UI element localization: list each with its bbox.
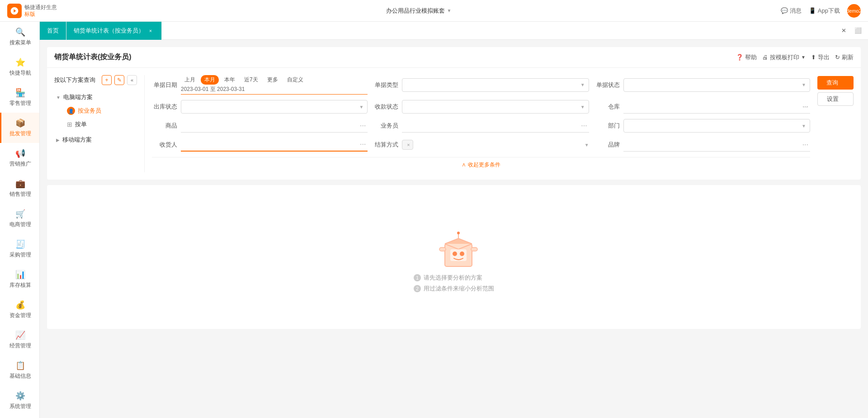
tab-close-action[interactable]: ✕ — [837, 24, 850, 37]
doc-status-control[interactable]: ▼ — [623, 78, 810, 92]
doc-type-control[interactable]: ▼ — [402, 78, 589, 92]
tab-close-button[interactable]: × — [147, 27, 154, 34]
receiver-input[interactable]: ··· — [181, 138, 368, 152]
date-control: 上月 本月 本年 近7天 更多 自定义 2023-03-01 至 — [181, 75, 368, 95]
sidebar-item-operations[interactable]: 📈 经营管理 — [0, 325, 39, 355]
receive-status-select[interactable]: ▼ — [402, 100, 589, 114]
out-status-select[interactable]: ▼ — [181, 100, 368, 114]
filter-layout: 按以下方案查询 + ✎ « — [54, 75, 854, 172]
app-download-button[interactable]: 📱 App下载 — [809, 7, 840, 15]
sidebar-item-quick-nav[interactable]: ⭐ 快捷导航 — [0, 52, 39, 82]
receipt-icon: 🧾 — [15, 239, 25, 249]
sidebar-item-finance[interactable]: 💰 资金管理 — [0, 294, 39, 325]
dept-select[interactable]: ▼ — [623, 119, 810, 133]
dept-control[interactable]: ▼ — [623, 119, 810, 133]
sidebar-item-inventory[interactable]: 📊 库存核算 — [0, 264, 39, 294]
page-header: 销货单统计表(按业务员) ❓ 帮助 🖨 按模板打印 ▼ ⬆ 导出 — [47, 47, 861, 68]
tab-bar: 首页 销货单统计表（按业务员） × ✕ ⬜ — [40, 22, 868, 40]
dots-icon: ··· — [802, 103, 808, 111]
doc-status-label: 单据状态 — [594, 81, 620, 89]
tree-item-mobile[interactable]: ▶ 移动端方案 — [54, 133, 137, 147]
date-tab-7days[interactable]: 近7天 — [241, 75, 262, 85]
export-icon: ⬆ — [811, 54, 816, 61]
user-avatar[interactable]: demo2 — [847, 4, 861, 18]
tab-restore-action[interactable]: ⬜ — [852, 24, 864, 37]
svg-point-5 — [457, 232, 460, 234]
tab-bar-actions: ✕ ⬜ — [837, 24, 868, 37]
sidebar-item-basic-info[interactable]: 📋 基础信息 — [0, 355, 39, 385]
help-button[interactable]: ❓ 帮助 — [736, 53, 757, 62]
tab-home[interactable]: 首页 — [40, 22, 66, 40]
filter-field-date: 单据日期 上月 本月 本年 近7天 更多 — [152, 75, 368, 95]
settings-button[interactable]: 设置 — [817, 92, 854, 106]
collapse-panel-button[interactable]: « — [127, 75, 137, 85]
filter-row-3: 商品 ··· 业务员 — [152, 119, 810, 133]
clipboard-icon: 📋 — [15, 361, 25, 370]
sidebar-item-purchase[interactable]: 🧾 采购管理 — [0, 234, 39, 264]
dept-label: 部门 — [594, 122, 620, 130]
date-tab-this-month[interactable]: 本月 — [201, 75, 219, 85]
app-selector[interactable]: 办公用品行业模拟账套 ▼ — [386, 7, 451, 15]
query-button[interactable]: 查询 — [817, 76, 854, 90]
filter-right-panel: 单据日期 上月 本月 本年 近7天 更多 — [152, 75, 810, 172]
collapse-bar[interactable]: ∧ 收起更多条件 — [152, 157, 810, 172]
brand-input[interactable]: ··· — [623, 138, 810, 152]
message-button[interactable]: 💬 消息 — [781, 7, 802, 15]
scheme-by-order[interactable]: ⊞ 按单 — [65, 118, 137, 131]
warehouse-control[interactable]: ··· — [623, 100, 810, 114]
add-scheme-button[interactable]: + — [102, 75, 112, 85]
cart-icon: 🛒 — [15, 209, 25, 219]
date-tab-custom[interactable]: 自定义 — [283, 75, 307, 85]
sidebar-item-ecommerce[interactable]: 🛒 电商管理 — [0, 204, 39, 234]
restore-icon: ⬜ — [854, 27, 862, 34]
salesman-input[interactable]: ··· — [402, 119, 589, 133]
goods-input[interactable]: ··· — [181, 119, 368, 133]
tree-children-desktop: 👤 按业务员 ⊞ 按单 — [54, 104, 137, 131]
warehouse-input[interactable]: ··· — [623, 100, 810, 114]
tree-item-desktop[interactable]: ▼ 电脑端方案 — [54, 90, 137, 104]
edit-scheme-button[interactable]: ✎ — [114, 75, 124, 85]
sidebar-item-sales[interactable]: 💼 销售管理 — [0, 173, 39, 204]
sidebar-item-system[interactable]: ⚙️ 系统管理 — [0, 385, 39, 416]
megaphone-icon: 📢 — [15, 148, 25, 158]
edit-icon: ✎ — [117, 77, 122, 83]
receive-status-control[interactable]: ▼ — [402, 100, 589, 114]
empty-state: 1 请先选择要分析的方案 2 用过滤条件来缩小分析范围 — [47, 185, 861, 329]
warehouse-label: 仓库 — [594, 103, 620, 111]
logo-area[interactable]: 畅捷通好生意 标版 — [7, 4, 57, 18]
star-icon: ⭐ — [15, 57, 25, 67]
scheme-by-salesman[interactable]: 👤 按业务员 — [65, 104, 137, 118]
out-status-control[interactable]: ▼ — [181, 100, 368, 114]
chevron-down-icon: ▼ — [802, 82, 806, 87]
export-button[interactable]: ⬆ 导出 — [811, 53, 830, 62]
panel-header-actions: + ✎ « — [102, 75, 137, 85]
sidebar-item-enterprise[interactable]: 🤝 企业协同 — [0, 416, 39, 418]
logo-icon — [7, 4, 22, 18]
salesman-control[interactable]: ··· — [402, 119, 589, 133]
settlement-tag-close[interactable]: × — [407, 142, 410, 147]
chevron-down-icon: ▼ — [585, 142, 589, 147]
sidebar-item-wholesale[interactable]: 📦 批发管理 — [0, 113, 39, 143]
chevron-down-icon: ▼ — [447, 8, 451, 13]
template-print-button[interactable]: 🖨 按模板打印 ▼ — [762, 53, 806, 62]
tab-sales-report[interactable]: 销货单统计表（按业务员） × — [66, 22, 162, 40]
sidebar-item-marketing[interactable]: 📢 营销推广 — [0, 143, 39, 173]
receiver-control[interactable]: ··· — [181, 138, 368, 152]
chevron-right-icon: ▶ — [56, 138, 60, 142]
chevron-down-icon: ▼ — [580, 104, 585, 109]
doc-status-select[interactable]: ▼ — [623, 78, 810, 92]
brand-control[interactable]: ··· — [623, 138, 810, 152]
topbar-center: 办公用品行业模拟账套 ▼ — [57, 7, 781, 15]
goods-control[interactable]: ··· — [181, 119, 368, 133]
settlement-tag: × — [402, 140, 413, 150]
date-tab-more[interactable]: 更多 — [264, 75, 282, 85]
date-tab-prev-month[interactable]: 上月 — [181, 75, 199, 85]
date-tab-this-year[interactable]: 本年 — [221, 75, 239, 85]
logo-text: 畅捷通好生意 标版 — [24, 4, 57, 17]
refresh-button[interactable]: ↻ 刷新 — [835, 53, 854, 62]
sidebar-item-search-menu[interactable]: 🔍 搜索菜单 — [0, 22, 39, 52]
sidebar-item-retail[interactable]: 🏪 零售管理 — [0, 82, 39, 113]
filter-field-settlement: 结算方式 × ▼ — [373, 140, 589, 150]
doc-type-select[interactable]: ▼ — [402, 78, 589, 92]
tip-num-1: 1 — [414, 274, 421, 281]
